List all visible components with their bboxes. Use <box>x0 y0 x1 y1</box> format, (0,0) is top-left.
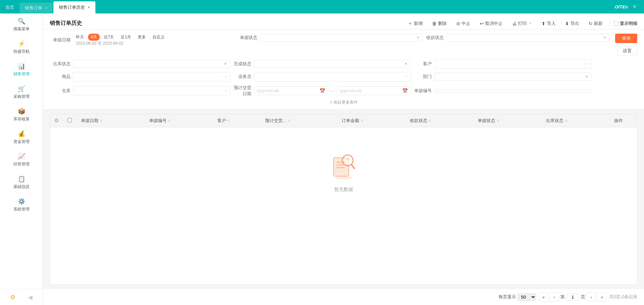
col-date-sort-icon[interactable]: ⇅ <box>100 119 102 123</box>
select-all-checkbox[interactable] <box>68 118 72 122</box>
first-page-button[interactable]: « <box>539 292 548 302</box>
top-close-button[interactable]: × <box>631 3 639 11</box>
add-icon: ＋ <box>408 21 413 27</box>
order-status-label: 单据状态 <box>237 35 260 41</box>
date-quick-btns: 昨天 3天 近7天 近1月 更多 自定义 <box>73 34 167 41</box>
complete-status-select[interactable]: ▼ <box>254 60 411 68</box>
col-order-status-label: 单据状态 <box>478 118 495 123</box>
sidebar-item-operations[interactable]: 📈 经营管理 <box>0 149 43 171</box>
order-number-label: 单据编号 <box>411 88 434 94</box>
basic-info-icon: 📋 <box>18 175 25 183</box>
complete-status-arrow-icon: ▼ <box>404 62 408 66</box>
customer-dots[interactable]: ··· <box>584 61 589 67</box>
salesperson-dots[interactable]: ··· <box>403 74 408 80</box>
search-menu-icon: 🔍 <box>18 17 25 25</box>
date-btn-today[interactable]: 昨天 <box>73 34 87 41</box>
tab-sales-history-label: 销售订单历史 <box>59 4 85 10</box>
table-settings-icon[interactable]: ⚙ <box>54 118 59 123</box>
svg-point-7 <box>344 157 351 164</box>
order-status-select[interactable]: ▼ <box>260 34 423 42</box>
date-btn-7days[interactable]: 近7天 <box>101 34 117 41</box>
department-select[interactable]: ▼ <box>434 73 592 81</box>
tab-sales-order-close[interactable]: × <box>45 6 47 10</box>
warehouse-dots[interactable]: ··· <box>223 88 227 94</box>
purchase-mgmt-icon: 🛒 <box>18 85 25 92</box>
empty-icon <box>327 148 360 181</box>
display-toggle-label: 显示明细 <box>620 21 637 27</box>
col-amount-sort-icon[interactable]: ⇅ <box>360 119 363 123</box>
settings-button[interactable]: 设置 <box>617 46 637 56</box>
sidebar-collapse-icon[interactable]: ◀ <box>28 294 33 301</box>
col-customer: 客户 ⇅ <box>213 114 261 127</box>
delete-button[interactable]: 🗑 删除 <box>429 19 449 28</box>
expected-date-to-text: yyyy-mm-dd <box>340 88 361 93</box>
col-expected-date-label: 预计交货... <box>265 118 286 123</box>
cancel-stop-button[interactable]: ↩ 取消中止 <box>477 19 505 28</box>
col-order-status-sort-icon[interactable]: ⇅ <box>497 119 499 123</box>
filter-area: 单据日期 昨天 3天 近7天 近1月 更多 自定义 2023-06-02 至 2… <box>43 30 644 110</box>
refresh-button[interactable]: ↻ 刷新 <box>586 19 605 28</box>
tab-sales-history[interactable]: 销售订单历史 × <box>53 1 95 13</box>
col-date-label: 单据日期 <box>81 118 98 123</box>
date-btn-more[interactable]: 更多 <box>135 34 148 41</box>
product-dots[interactable]: ··· <box>223 74 227 80</box>
display-toggle-checkbox[interactable] <box>614 21 618 26</box>
collapse-button[interactable]: ∧ 收起更多条件 <box>329 100 358 105</box>
col-date: 单据日期 ⇅ <box>77 114 145 127</box>
col-customer-sort-icon[interactable]: ⇅ <box>227 119 230 123</box>
import-button[interactable]: ⬆ 导入 <box>539 19 558 28</box>
col-payment-status-sort-icon[interactable]: ⇅ <box>428 119 431 123</box>
add-button[interactable]: ＋ 新增 <box>405 19 425 28</box>
page-of-text: 页 <box>581 294 585 300</box>
col-number-label: 单据编号 <box>149 118 167 123</box>
col-expected-date-sort-icon[interactable]: ⇅ <box>288 119 290 123</box>
date-btn-custom[interactable]: 自定义 <box>150 34 167 41</box>
query-button[interactable]: 查询 <box>615 34 637 43</box>
top-bar: 首页 销售订单 × 销售订单历史 × OfTEn × <box>0 0 644 13</box>
sidebar-item-basic-info[interactable]: 📋 基础信息 <box>0 171 43 194</box>
tab-sales-order-label: 销售订单 <box>25 5 42 11</box>
sidebar-settings-icon[interactable]: ⚙ <box>10 294 15 301</box>
date-btn-3days[interactable]: 3天 <box>88 34 100 41</box>
expected-date-to[interactable]: yyyy-mm-dd 📅 <box>337 86 411 95</box>
salesperson-label: 业务员 <box>230 74 254 80</box>
sidebar-item-inventory[interactable]: 📦 库存核算 <box>0 104 43 126</box>
col-delivery-status-sort-icon[interactable]: ⇅ <box>565 119 567 123</box>
collapse-bar: ∧ 收起更多条件 <box>50 100 637 105</box>
sidebar-item-search-menu[interactable]: 🔍 搜索菜单 <box>0 13 43 36</box>
next-page-button[interactable]: › <box>587 292 596 302</box>
delivery-status-select[interactable]: ▼ <box>73 60 230 68</box>
sidebar-item-quick-nav[interactable]: ⚡ 快捷导航 <box>0 36 43 59</box>
stop-button[interactable]: ⊘ 中止 <box>454 19 473 28</box>
display-toggle[interactable]: 显示明细 <box>614 21 637 27</box>
sidebar-item-sales-mgmt[interactable]: 📊 销售管理 <box>0 59 43 81</box>
last-page-button[interactable]: » <box>597 292 607 302</box>
payment-status-select[interactable]: ▼ <box>446 34 610 42</box>
export-button[interactable]: ⬇ 导出 <box>562 19 582 28</box>
svg-rect-5 <box>336 167 345 168</box>
page-size-dropdown[interactable]: 50 10 20 100 <box>517 293 536 301</box>
sidebar-bottom: ⚙ ◀ <box>0 289 43 305</box>
print-button[interactable]: 🖨 打印 ▼ <box>509 19 535 28</box>
tab-sales-history-close[interactable]: × <box>88 5 90 10</box>
sidebar-item-finance[interactable]: 💰 资金管理 <box>0 126 43 149</box>
sidebar-item-sys-mgmt[interactable]: ⚙️ 系统管理 <box>0 194 43 216</box>
export-icon: ⬇ <box>565 21 569 26</box>
sidebar-item-search-menu-label: 搜索菜单 <box>13 26 30 32</box>
expected-date-from[interactable]: yyyy-mm-dd 📅 <box>254 86 328 95</box>
col-number-sort-icon[interactable]: ⇅ <box>168 119 170 123</box>
cancel-stop-icon: ↩ <box>480 21 484 26</box>
sidebar-item-quick-nav-label: 快捷导航 <box>13 49 30 54</box>
tab-sales-order[interactable]: 销售订单 × <box>19 3 53 13</box>
tab-home[interactable]: 首页 <box>0 1 19 13</box>
prev-page-button[interactable]: ‹ <box>550 292 559 302</box>
page-number-input[interactable] <box>566 294 579 301</box>
col-operation-label: 操作 <box>614 118 623 123</box>
sidebar-item-purchase-mgmt[interactable]: 🛒 采购管理 <box>0 81 43 104</box>
export-label: 导出 <box>570 21 579 27</box>
sidebar: 🔍 搜索菜单 ⚡ 快捷导航 📊 销售管理 🛒 采购管理 📦 库存核算 💰 <box>0 13 43 305</box>
delivery-status-arrow-icon: ▼ <box>223 62 227 66</box>
order-number-input[interactable] <box>434 89 592 92</box>
sidebar-item-inventory-label: 库存核算 <box>13 116 30 122</box>
date-btn-1month[interactable]: 近1月 <box>118 34 134 41</box>
